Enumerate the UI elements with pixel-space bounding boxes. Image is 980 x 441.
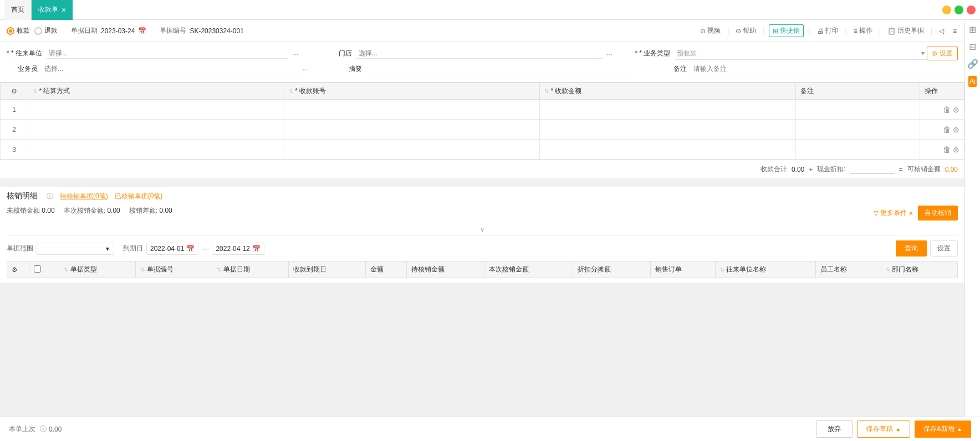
- staff-more-icon[interactable]: ···: [303, 65, 309, 74]
- auto-verify-button[interactable]: 自动核销: [918, 206, 958, 221]
- shortcut-icon: ⊞: [773, 27, 778, 35]
- print-icon: 🖨: [817, 27, 824, 35]
- sidebar-icon-4[interactable]: Ai: [968, 76, 977, 87]
- view-list-btn[interactable]: ≡: [951, 26, 959, 36]
- sidebar-icon-3[interactable]: 🔗: [967, 59, 978, 69]
- copy-icon-1[interactable]: ⊕: [953, 105, 959, 114]
- abandon-button[interactable]: 放弃: [816, 421, 853, 438]
- footer-info-icon[interactable]: ⓘ: [40, 424, 47, 434]
- history-icon: 📋: [887, 27, 896, 35]
- delete-icon-1[interactable]: 🗑: [943, 105, 951, 114]
- nav-home[interactable]: 首页: [4, 0, 32, 20]
- window-close-button[interactable]: [967, 6, 976, 14]
- calendar-from-icon: 📅: [186, 245, 195, 253]
- counterpart-input[interactable]: [47, 48, 288, 59]
- footer-info: 本单上次 ⓘ 0.00: [9, 424, 62, 434]
- staff-input[interactable]: [42, 64, 298, 74]
- collect-amount-3[interactable]: [540, 140, 796, 160]
- doc-num-label: 单据编号: [160, 26, 186, 35]
- date-from-input[interactable]: 2022-04-01 📅: [146, 243, 198, 255]
- pending-tab[interactable]: 待核销单据(0笔): [60, 192, 108, 201]
- notes-input[interactable]: [691, 64, 958, 74]
- table-gear-icon[interactable]: ⚙: [11, 88, 17, 95]
- tab-close-icon[interactable]: ×: [62, 6, 66, 14]
- date-range: 2022-04-01 📅 — 2022-04-12 📅: [146, 243, 264, 255]
- collect-amount-2[interactable]: [540, 120, 796, 140]
- doc-num-value: SK-20230324-001: [190, 27, 243, 35]
- notes-3[interactable]: [795, 140, 920, 160]
- delete-icon-2[interactable]: 🗑: [943, 125, 951, 134]
- checkbox-header[interactable]: ⚙: [7, 261, 29, 278]
- window-max-button[interactable]: [955, 6, 963, 14]
- settle-method-1[interactable]: [28, 100, 284, 120]
- completed-tab[interactable]: 已核销单据(0笔): [115, 192, 163, 201]
- save-draft-button[interactable]: 保存草稿 ▲: [857, 421, 910, 438]
- sidebar-icon-1[interactable]: ⊞: [969, 24, 976, 35]
- calendar-icon[interactable]: 📅: [138, 27, 146, 35]
- settings-button[interactable]: ⚙ 设置: [927, 47, 958, 60]
- staff-field: 业务员 ···: [7, 64, 309, 74]
- collect-amount-1[interactable]: [540, 100, 796, 120]
- collect-account-1[interactable]: [284, 100, 540, 120]
- sidebar-icon-2[interactable]: ⊟: [969, 42, 976, 52]
- range-select[interactable]: ▾: [37, 243, 114, 255]
- row-num-2: 2: [1, 120, 28, 140]
- info-icon[interactable]: ⓘ: [47, 192, 53, 201]
- form-row-1: * 往来单位 ··· 门店 ··· * 业务类型 预收款 ▾ ⚙ 设置: [7, 47, 958, 60]
- settings-header[interactable]: ⚙: [1, 83, 28, 100]
- unverified-stat: 未核销金额 0.00: [7, 206, 55, 216]
- collect-account-3[interactable]: [284, 140, 540, 160]
- copy-icon-3[interactable]: ⊕: [953, 145, 959, 154]
- copy-icon-2[interactable]: ⊕: [953, 125, 959, 134]
- notes-1[interactable]: [795, 100, 920, 120]
- date-to-input[interactable]: 2022-04-12 📅: [212, 243, 264, 255]
- gear-icon: ⚙: [932, 50, 938, 58]
- collapse-icon[interactable]: ∨: [480, 226, 484, 233]
- col-due-date-label: 收款到期日: [293, 265, 326, 273]
- radio-refund[interactable]: 退款: [34, 26, 58, 35]
- operate-label: 操作: [859, 26, 872, 35]
- operate-btn[interactable]: ≡ 操作: [851, 25, 875, 37]
- due-date-filter: 到期日 2022-04-01 📅 — 2022-04-12 📅: [123, 243, 264, 255]
- select-all-checkbox[interactable]: [34, 265, 41, 273]
- date-range-separator: —: [202, 245, 208, 253]
- setting-button-2[interactable]: 设置: [930, 240, 958, 257]
- shop-more-icon[interactable]: ···: [606, 49, 613, 58]
- notes-2[interactable]: [795, 120, 920, 140]
- operate-icon: ≡: [854, 27, 858, 35]
- cash-discount-input[interactable]: [850, 165, 895, 174]
- biz-type-select[interactable]: 预收款 ▾: [675, 48, 927, 60]
- shop-label: 门店: [321, 49, 354, 58]
- delete-icon-3[interactable]: 🗑: [943, 145, 951, 154]
- staff-label: 业务员: [7, 64, 40, 74]
- verify-actions: ▽ 更多条件 ∧ 自动核销: [874, 206, 958, 221]
- table-gear-icon-2[interactable]: ⚙: [12, 266, 18, 274]
- receipt-table: ⚙ ⇅ * 结算方式 ⇅ * 收款账号 ⇅ * 收款金额: [0, 83, 964, 160]
- query-button[interactable]: 查询: [896, 240, 927, 257]
- col-discount-label: 折扣分摊额: [578, 265, 611, 273]
- counterpart-more-icon[interactable]: ···: [292, 49, 299, 58]
- more-conditions-btn[interactable]: ▽ 更多条件 ∧: [874, 208, 913, 218]
- counterpart-field: * 往来单位 ···: [7, 48, 299, 59]
- col-amount: 金额: [366, 261, 407, 278]
- help-label: 帮助: [743, 26, 756, 35]
- radio-collect[interactable]: 收款: [7, 26, 30, 35]
- layout-btn[interactable]: ◁: [937, 26, 946, 36]
- radio-group: 收款 退款: [7, 26, 58, 35]
- settle-method-3[interactable]: [28, 140, 284, 160]
- col-dept-label: 部门名称: [892, 265, 918, 273]
- collect-account-2[interactable]: [284, 120, 540, 140]
- help-btn[interactable]: ⊙ 帮助: [733, 25, 758, 37]
- window-min-button[interactable]: [942, 6, 951, 14]
- save-new-button[interactable]: 保存&新增 ▲: [915, 421, 971, 438]
- shortcut-btn[interactable]: ⊞ 快捷键: [769, 24, 804, 37]
- settle-method-2[interactable]: [28, 120, 284, 140]
- print-btn[interactable]: 🖨 打印: [815, 25, 841, 37]
- history-btn[interactable]: 📋 历史单据: [885, 25, 926, 37]
- col-checkbox[interactable]: [29, 261, 59, 278]
- summary-input[interactable]: [366, 64, 633, 74]
- video-btn[interactable]: ⊙ 视频: [698, 25, 723, 37]
- nav-tab-receipt[interactable]: 收款单 ×: [32, 0, 73, 20]
- verify-stats: 未核销金额 0.00 本次核销金额: 0.00 核销差额: 0.00: [7, 206, 172, 216]
- shop-input[interactable]: [356, 48, 602, 59]
